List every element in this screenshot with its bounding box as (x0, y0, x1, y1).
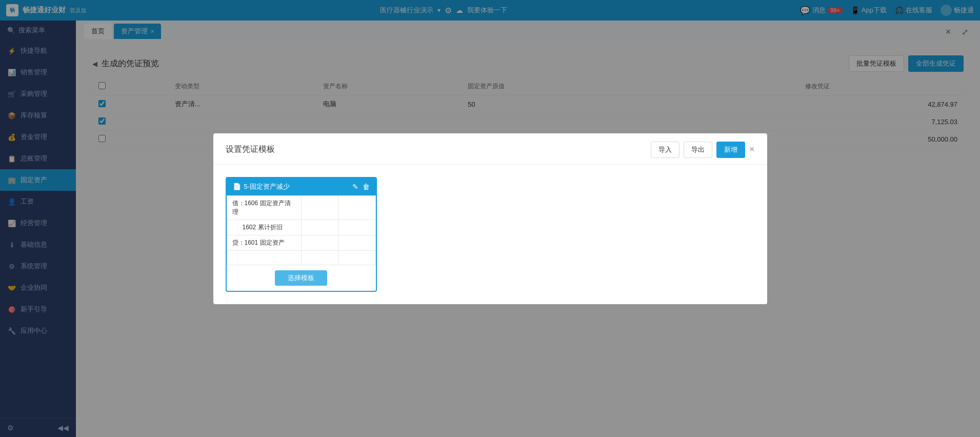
modal-header: 设置凭证模板 导入 导出 新增 × (213, 133, 767, 165)
modal-header-actions: 导入 导出 新增 (651, 142, 745, 158)
template-card-header: 📄 5-固定资产减少 ✎ 🗑 (227, 178, 376, 195)
template-header-name: 5-固定资产减少 (244, 182, 290, 191)
template-row-3: 贷：1601 固定资产 (227, 235, 375, 250)
entry1-type-code-name: 借：1606 固定资产清理 (227, 195, 301, 220)
entry2-col3 (338, 220, 376, 235)
new-btn[interactable]: 新增 (716, 142, 745, 158)
template-doc-icon: 📄 (233, 183, 241, 190)
modal-overlay: 设置凭证模板 导入 导出 新增 × 📄 5-固定资产减少 (0, 0, 980, 437)
entry3-type-code-name: 贷：1601 固定资产 (227, 235, 301, 250)
export-btn[interactable]: 导出 (684, 142, 712, 158)
modal-title: 设置凭证模板 (226, 144, 275, 155)
modal-close-btn[interactable]: × (749, 144, 755, 155)
template-row-2: 1602 累计折旧 (227, 220, 375, 235)
template-card: 📄 5-固定资产减少 ✎ 🗑 借：1606 固定资产清理 (226, 177, 377, 292)
template-row-4 (227, 250, 375, 265)
modal-header-right: 导入 导出 新增 × (651, 142, 755, 158)
template-card-footer: 选择模板 (227, 265, 376, 291)
entry3-col3 (338, 235, 376, 250)
entry3-col2 (301, 235, 338, 250)
entry4-col1 (227, 250, 301, 265)
import-btn[interactable]: 导入 (651, 142, 679, 158)
modal: 设置凭证模板 导入 导出 新增 × 📄 5-固定资产减少 (213, 133, 767, 304)
entry1-col3 (338, 195, 376, 220)
template-card-header-right: ✎ 🗑 (352, 183, 370, 191)
modal-body: 📄 5-固定资产减少 ✎ 🗑 借：1606 固定资产清理 (213, 165, 767, 304)
entry4-col3 (338, 250, 376, 265)
template-row-1: 借：1606 固定资产清理 (227, 195, 375, 220)
select-template-btn[interactable]: 选择模板 (275, 270, 327, 286)
template-delete-icon[interactable]: 🗑 (363, 183, 370, 191)
template-edit-icon[interactable]: ✎ (352, 183, 358, 191)
template-table: 借：1606 固定资产清理 1602 累计折旧 (227, 195, 376, 265)
entry1-col2 (301, 195, 338, 220)
entry2-type-code-name: 1602 累计折旧 (227, 220, 301, 235)
template-card-header-left: 📄 5-固定资产减少 (233, 182, 290, 191)
entry4-col2 (301, 250, 338, 265)
entry2-col2 (301, 220, 338, 235)
template-card-body: 借：1606 固定资产清理 1602 累计折旧 (227, 195, 376, 265)
template-grid: 📄 5-固定资产减少 ✎ 🗑 借：1606 固定资产清理 (226, 177, 755, 292)
